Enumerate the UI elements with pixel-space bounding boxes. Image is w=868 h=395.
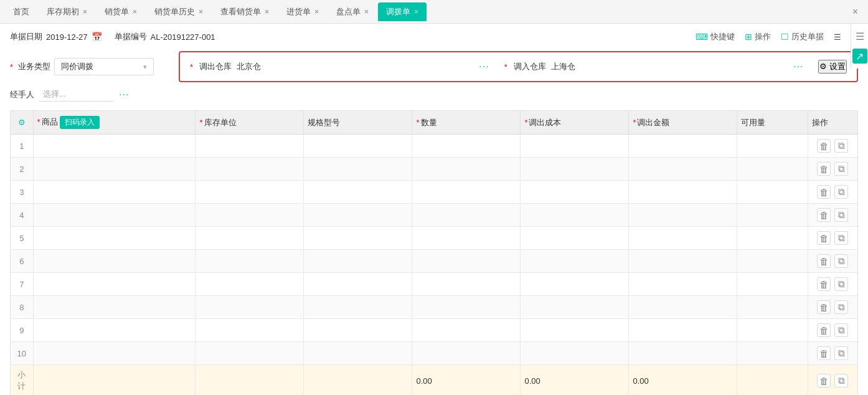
amount-cell[interactable]: [629, 296, 737, 319]
qty-cell[interactable]: [412, 250, 521, 273]
copy-row-btn[interactable]: ⧉: [834, 323, 848, 337]
copy-row-btn[interactable]: ⧉: [834, 254, 848, 268]
delete-row-btn[interactable]: 🗑: [817, 208, 831, 222]
qty-cell[interactable]: 0.00: [412, 365, 521, 396]
tab-view-sales[interactable]: 查看销货单 ×: [212, 2, 277, 21]
tab-inventory-check[interactable]: 盘点单 ×: [328, 2, 377, 21]
copy-row-btn[interactable]: ⧉: [834, 374, 848, 388]
product-cell[interactable]: [33, 135, 196, 158]
tab-purchase-order[interactable]: 进货单 ×: [278, 2, 327, 21]
delete-row-btn[interactable]: 🗑: [817, 254, 831, 268]
qty-cell[interactable]: [412, 296, 521, 319]
layout-list-tool[interactable]: ☰: [834, 32, 841, 42]
delete-row-btn[interactable]: 🗑: [817, 231, 831, 245]
qty-cell[interactable]: [412, 158, 521, 181]
product-cell[interactable]: [33, 273, 196, 296]
product-cell[interactable]: [33, 250, 196, 273]
history-tool[interactable]: ☐ 历史单据: [781, 31, 824, 42]
spec-cell[interactable]: [304, 365, 412, 396]
spec-cell[interactable]: [304, 135, 412, 158]
cost-cell[interactable]: [521, 181, 629, 204]
spec-cell[interactable]: [304, 250, 412, 273]
amount-cell[interactable]: [629, 342, 737, 365]
tab-sales-order-close[interactable]: ×: [133, 8, 137, 16]
qty-cell[interactable]: [412, 319, 521, 342]
sidebar-list-icon[interactable]: ☰: [852, 29, 867, 44]
cost-cell[interactable]: [521, 204, 629, 227]
unit-cell[interactable]: [196, 319, 304, 342]
product-cell[interactable]: [33, 342, 196, 365]
amount-cell[interactable]: [629, 135, 737, 158]
tab-purchase-order-close[interactable]: ×: [314, 8, 319, 16]
copy-row-btn[interactable]: ⧉: [834, 231, 848, 245]
spec-cell[interactable]: [304, 296, 412, 319]
cost-cell[interactable]: [521, 319, 629, 342]
tab-inventory-check-close[interactable]: ×: [364, 8, 369, 16]
product-cell[interactable]: [33, 296, 196, 319]
copy-row-btn[interactable]: ⧉: [834, 139, 848, 153]
copy-row-btn[interactable]: ⧉: [834, 277, 848, 291]
scan-input-btn[interactable]: 扫码录入: [60, 116, 100, 129]
tab-view-sales-close[interactable]: ×: [265, 8, 269, 16]
unit-cell[interactable]: [196, 296, 304, 319]
cost-cell[interactable]: [521, 296, 629, 319]
tab-sales-order[interactable]: 销货单 ×: [97, 2, 145, 21]
amount-cell[interactable]: [629, 181, 737, 204]
delete-row-btn[interactable]: 🗑: [817, 185, 831, 199]
cost-cell[interactable]: [521, 135, 629, 158]
copy-row-btn[interactable]: ⧉: [834, 300, 848, 314]
delete-row-btn[interactable]: 🗑: [817, 300, 831, 314]
tab-transfer-close[interactable]: ×: [414, 8, 418, 16]
qty-cell[interactable]: [412, 135, 521, 158]
cost-cell[interactable]: [521, 250, 629, 273]
delete-row-btn[interactable]: 🗑: [817, 323, 831, 337]
business-type-select[interactable]: 同价调拨 ▾: [54, 58, 154, 75]
qty-cell[interactable]: [412, 181, 521, 204]
warehouse-in-more-btn[interactable]: ···: [793, 61, 803, 72]
unit-cell[interactable]: [196, 181, 304, 204]
qty-cell[interactable]: [412, 342, 521, 365]
product-cell[interactable]: [33, 319, 196, 342]
copy-row-btn[interactable]: ⧉: [834, 208, 848, 222]
tab-sales-history-close[interactable]: ×: [199, 8, 203, 16]
spec-cell[interactable]: [304, 342, 412, 365]
qty-cell[interactable]: [412, 273, 521, 296]
qty-cell[interactable]: [412, 227, 521, 250]
spec-cell[interactable]: [304, 204, 412, 227]
amount-cell[interactable]: [629, 158, 737, 181]
unit-cell[interactable]: [196, 365, 304, 396]
amount-cell[interactable]: [629, 319, 737, 342]
tab-transfer[interactable]: 调拨单 ×: [378, 2, 427, 21]
amount-cell[interactable]: 0.00: [629, 365, 737, 396]
qty-cell[interactable]: [412, 204, 521, 227]
copy-row-btn[interactable]: ⧉: [834, 162, 848, 176]
delete-row-btn[interactable]: 🗑: [817, 374, 831, 388]
shortcut-tool[interactable]: ⌨ 快捷键: [696, 31, 735, 42]
product-cell[interactable]: [33, 158, 196, 181]
product-cell[interactable]: [33, 365, 196, 396]
spec-cell[interactable]: [304, 227, 412, 250]
cost-cell[interactable]: [521, 342, 629, 365]
product-cell[interactable]: [33, 181, 196, 204]
spec-cell[interactable]: [304, 319, 412, 342]
unit-cell[interactable]: [196, 227, 304, 250]
unit-cell[interactable]: [196, 135, 304, 158]
settings-button[interactable]: ⚙ 设置: [818, 60, 847, 74]
spec-cell[interactable]: [304, 181, 412, 204]
tab-sales-history[interactable]: 销货单历史 ×: [146, 2, 211, 21]
calendar-icon[interactable]: 📅: [92, 32, 102, 42]
unit-cell[interactable]: [196, 158, 304, 181]
unit-cell[interactable]: [196, 342, 304, 365]
tab-home[interactable]: 首页: [5, 2, 37, 21]
warehouse-out-more-btn[interactable]: ···: [479, 61, 489, 72]
product-cell[interactable]: [33, 227, 196, 250]
delete-row-btn[interactable]: 🗑: [817, 139, 831, 153]
handler-select[interactable]: 选择...: [39, 87, 114, 102]
copy-row-btn[interactable]: ⧉: [834, 185, 848, 199]
unit-cell[interactable]: [196, 204, 304, 227]
table-gear-icon[interactable]: ⚙: [18, 118, 26, 127]
sidebar-export-icon[interactable]: ↗: [852, 49, 867, 64]
delete-row-btn[interactable]: 🗑: [817, 277, 831, 291]
amount-cell[interactable]: [629, 204, 737, 227]
cost-cell[interactable]: [521, 273, 629, 296]
